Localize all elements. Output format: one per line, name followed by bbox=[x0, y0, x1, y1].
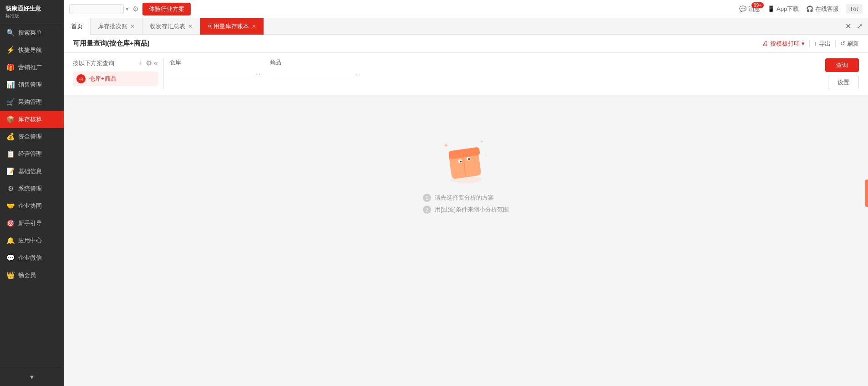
scheme-icon: ◎ bbox=[76, 74, 86, 83]
sidebar-item-label: 销售管理 bbox=[18, 81, 42, 89]
tab-stock-summary[interactable]: 收发存汇总表 ✕ bbox=[142, 18, 200, 35]
online-service-button[interactable]: 🎧 在线客服 bbox=[806, 5, 839, 13]
sidebar-item-app-center[interactable]: 🔔应用中心 bbox=[0, 232, 64, 249]
sidebar-item-wechat[interactable]: 💬企业微信 bbox=[0, 249, 64, 267]
export-label: 导出 bbox=[819, 40, 831, 48]
sidebar-item-label: 采购管理 bbox=[18, 98, 42, 106]
dropdown-icon[interactable]: ▾ bbox=[126, 5, 129, 12]
hint-text-1: 请先选择要分析的方案 bbox=[435, 194, 494, 202]
warehouse-input-wrapper: ··· bbox=[169, 68, 260, 79]
sidebar-item-label: 基础信息 bbox=[18, 167, 42, 175]
sidebar-item-label: 畅会员 bbox=[18, 271, 36, 279]
message-button[interactable]: 💬 消息 99+ bbox=[739, 5, 760, 13]
purchase-icon: 🛒 bbox=[6, 98, 15, 106]
sidebar-item-label: 资金管理 bbox=[18, 133, 42, 141]
filter-area: 按以下方案查询 ＋ ⚙ « ◎ 仓库+商品 仓库 bbox=[64, 53, 868, 95]
basic-icon: 📝 bbox=[6, 167, 15, 175]
sidebar-bottom: ▼ bbox=[0, 368, 64, 386]
tab-stock-summary-close[interactable]: ✕ bbox=[188, 23, 193, 30]
svg-text:✦: ✦ bbox=[484, 154, 487, 158]
scroll-indicator bbox=[865, 180, 868, 207]
hint-text-2: 用[过滤]条件来缩小分析范围 bbox=[435, 206, 509, 214]
sidebar-item-quick-nav[interactable]: ⚡快捷导航 bbox=[0, 41, 64, 59]
sidebar-item-label: 新手引导 bbox=[18, 219, 42, 227]
app-logo: 畅康通好生意 标准版 bbox=[0, 0, 64, 24]
sidebar-menu: 🔍搜索菜单⚡快捷导航🎁营销推广📊销售管理🛒采购管理📦库存核算💰资金管理📋经营管理… bbox=[0, 24, 64, 368]
finance-icon: 💰 bbox=[6, 133, 15, 141]
sidebar-item-newbie[interactable]: 🎯新手引导 bbox=[0, 215, 64, 232]
tab-home[interactable]: 首页 bbox=[64, 18, 91, 35]
sidebar-item-label: 搜索菜单 bbox=[18, 29, 42, 37]
tab-available-stock-label: 可用量库存账本 bbox=[208, 22, 249, 31]
add-scheme-button[interactable]: ＋ bbox=[137, 58, 144, 68]
gear-icon[interactable]: ⚙ bbox=[132, 5, 139, 13]
divider bbox=[809, 40, 810, 47]
industry-button[interactable]: 体验行业方案 bbox=[142, 3, 191, 15]
empty-hints: 1 请先选择要分析的方案 2 用[过滤]条件来缩小分析范围 bbox=[423, 194, 509, 214]
hint-num-1: 1 bbox=[423, 194, 431, 202]
manage-scheme-button[interactable]: ⚙ bbox=[146, 58, 152, 68]
tab-home-label: 首页 bbox=[71, 22, 83, 31]
tab-close-all-button[interactable]: ✕ bbox=[843, 20, 853, 32]
tab-expand-button[interactable]: ⤢ bbox=[855, 20, 864, 32]
headset-icon: 🎧 bbox=[806, 5, 813, 12]
page-title: 可用量查询(按仓库+商品) bbox=[73, 39, 150, 48]
sidebar-item-label: 企业协同 bbox=[18, 202, 42, 210]
tab-actions: ✕ ⤢ bbox=[843, 20, 868, 32]
app-download-button[interactable]: 📱 App下载 bbox=[767, 5, 799, 13]
sidebar-item-purchase[interactable]: 🛒采购管理 bbox=[0, 93, 64, 111]
message-icon: 💬 bbox=[739, 5, 746, 12]
tab-batch-account[interactable]: 库存批次账 ✕ bbox=[91, 18, 142, 35]
warehouse-more-button[interactable]: ··· bbox=[255, 70, 260, 77]
print-button[interactable]: 🖨 按模板打印 ▾ bbox=[762, 40, 805, 48]
export-button[interactable]: ↑ 导出 bbox=[814, 40, 831, 48]
app-center-icon: 🔔 bbox=[6, 237, 15, 245]
operation-icon: 📋 bbox=[6, 150, 15, 158]
goods-more-button[interactable]: ··· bbox=[355, 70, 360, 77]
tab-batch-account-close[interactable]: ✕ bbox=[130, 23, 135, 30]
filter-scheme-label: 按以下方案查询 bbox=[73, 59, 114, 67]
user-button[interactable]: Rit bbox=[846, 4, 863, 14]
tab-available-stock-close[interactable]: ✕ bbox=[252, 23, 256, 30]
sidebar-item-inventory[interactable]: 📦库存核算 bbox=[0, 111, 64, 128]
filter-scheme-header: 按以下方案查询 ＋ ⚙ « bbox=[73, 58, 158, 68]
main-area: ▾ ⚙ 体验行业方案 💬 消息 99+ 📱 App下载 🎧 在线客服 Rit 首… bbox=[64, 0, 868, 386]
print-dropdown-icon[interactable]: ▾ bbox=[802, 40, 805, 47]
goods-input-wrapper: ··· bbox=[269, 68, 360, 79]
sidebar-item-enterprise[interactable]: 🤝企业协同 bbox=[0, 197, 64, 215]
empty-illustration: ✦ ✦ ✦ bbox=[439, 132, 493, 186]
sidebar-scroll-down[interactable]: ▼ bbox=[0, 372, 64, 382]
export-icon: ↑ bbox=[814, 40, 817, 47]
sidebar-item-label: 经营管理 bbox=[18, 150, 42, 158]
search-input[interactable] bbox=[69, 4, 124, 14]
refresh-button[interactable]: ↺ 刷新 bbox=[840, 40, 859, 48]
sidebar-item-member[interactable]: 👑畅会员 bbox=[0, 267, 64, 284]
sidebar-item-marketing[interactable]: 🎁营销推广 bbox=[0, 59, 64, 76]
sidebar-item-system[interactable]: ⚙系统管理 bbox=[0, 180, 64, 197]
sidebar-item-label: 库存核算 bbox=[18, 115, 42, 124]
sidebar-item-basic[interactable]: 📝基础信息 bbox=[0, 163, 64, 180]
sidebar-item-finance[interactable]: 💰资金管理 bbox=[0, 128, 64, 145]
sidebar: 畅康通好生意 标准版 🔍搜索菜单⚡快捷导航🎁营销推广📊销售管理🛒采购管理📦库存核… bbox=[0, 0, 64, 386]
print-label: 按模板打印 bbox=[770, 40, 800, 48]
collapse-scheme-button[interactable]: « bbox=[154, 58, 158, 68]
tab-stock-summary-label: 收发存汇总表 bbox=[150, 22, 185, 31]
sidebar-item-search[interactable]: 🔍搜索菜单 bbox=[0, 24, 64, 41]
settings-button[interactable]: 设置 bbox=[828, 76, 859, 89]
query-button[interactable]: 查询 bbox=[825, 58, 859, 72]
sidebar-item-sales[interactable]: 📊销售管理 bbox=[0, 76, 64, 93]
tab-batch-account-label: 库存批次账 bbox=[98, 22, 127, 31]
tab-available-stock[interactable]: 可用量库存账本 ✕ bbox=[200, 18, 264, 35]
empty-hint-2: 2 用[过滤]条件来缩小分析范围 bbox=[423, 206, 509, 214]
wechat-icon: 💬 bbox=[6, 254, 15, 262]
enterprise-icon: 🤝 bbox=[6, 202, 15, 210]
filter-scheme-panel: 按以下方案查询 ＋ ⚙ « ◎ 仓库+商品 bbox=[73, 58, 164, 89]
filter-field-warehouse: 仓库 ··· bbox=[169, 58, 260, 79]
sidebar-item-label: 系统管理 bbox=[18, 185, 42, 193]
tab-bar: 首页 库存批次账 ✕ 收发存汇总表 ✕ 可用量库存账本 ✕ ✕ ⤢ bbox=[64, 18, 868, 35]
scheme-item-warehouse-goods[interactable]: ◎ 仓库+商品 bbox=[73, 72, 158, 86]
warehouse-input[interactable] bbox=[169, 70, 254, 77]
goods-input[interactable] bbox=[269, 70, 354, 77]
sidebar-item-operation[interactable]: 📋经营管理 bbox=[0, 145, 64, 163]
newbie-icon: 🎯 bbox=[6, 219, 15, 227]
